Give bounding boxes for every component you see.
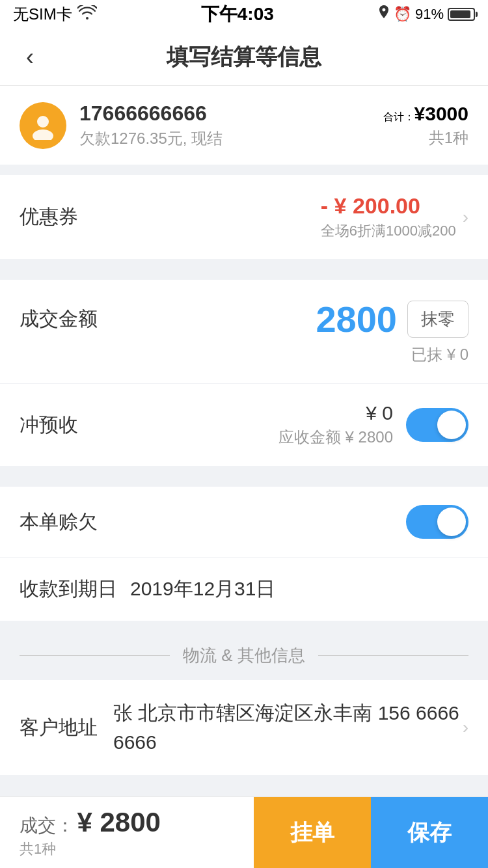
bottom-count: 共1种 (20, 839, 234, 859)
transaction-label: 成交金额 (20, 306, 98, 332)
divider-2 (0, 466, 488, 476)
transaction-row: 成交金额 2800 抹零 (20, 298, 468, 340)
total-label: 合计：¥3000 (383, 103, 468, 125)
precollect-toggle[interactable] (406, 408, 468, 442)
wifi-icon (77, 5, 97, 23)
bottom-deal-label: 成交： (20, 815, 74, 835)
customer-phone: 17666666666 (79, 102, 223, 126)
bottom-deal-row: 成交： ¥ 2800 (20, 807, 234, 838)
transaction-amount: 2800 (316, 298, 397, 340)
customer-right: 合计：¥3000 共1种 (383, 103, 468, 148)
transaction-section: 成交金额 2800 抹零 已抹 ¥ 0 (0, 280, 488, 383)
bottom-bar: 成交： ¥ 2800 共1种 挂单 保存 (0, 796, 488, 868)
toggle-knob (437, 411, 466, 439)
address-value: 张 北京市市辖区海淀区永丰南 156 6666 6666 (113, 698, 463, 757)
transaction-sub: 已抹 ¥ 0 (20, 344, 468, 365)
logistics-text: 物流 & 其他信息 (170, 644, 318, 667)
svg-point-1 (33, 129, 53, 140)
divider-1 (0, 269, 488, 280)
coupon-right: - ¥ 200.00 全场6折满1000减200 › (321, 193, 468, 241)
coupon-discount: - ¥ 200.00 (321, 193, 456, 219)
address-chevron-icon: › (463, 717, 468, 738)
bottom-amount: ¥ 2800 (77, 807, 160, 837)
precollect-amount-block: ¥ 0 应收金额 ¥ 2800 (278, 402, 393, 448)
precollect-label: 冲预收 (20, 412, 78, 439)
address-row[interactable]: 客户地址 张 北京市市辖区海淀区永丰南 156 6666 6666 › (0, 680, 488, 775)
svg-point-0 (37, 116, 49, 128)
bottom-summary: 成交： ¥ 2800 共1种 (0, 807, 254, 859)
logistics-line-left (20, 655, 170, 656)
round-down-button[interactable]: 抹零 (407, 301, 468, 338)
customer-info: 17666666666 欠款1276.35元, 现结 (79, 102, 223, 149)
back-button[interactable]: ‹ (20, 37, 40, 77)
credit-section: 本单赊欠 收款到期日 2019年12月31日 (0, 487, 488, 621)
logistics-divider: 物流 & 其他信息 (0, 631, 488, 680)
nav-bar: ‹ 填写结算等信息 (0, 29, 488, 86)
coupon-info: - ¥ 200.00 全场6折满1000减200 (321, 193, 456, 241)
carrier-text: 无SIM卡 (13, 4, 72, 25)
status-left: 无SIM卡 (13, 4, 97, 25)
alarm-icon: ⏰ (394, 6, 411, 23)
customer-sub: 欠款1276.35元, 现结 (79, 128, 223, 149)
precollect-right: ¥ 0 应收金额 ¥ 2800 (278, 402, 468, 448)
main-content: 17666666666 欠款1276.35元, 现结 合计：¥3000 共1种 … (0, 86, 488, 853)
date-row: 收款到期日 2019年12月31日 (0, 557, 488, 621)
precollect-row: 冲预收 ¥ 0 应收金额 ¥ 2800 (0, 383, 488, 466)
battery-pct: 91% (415, 6, 444, 23)
date-label: 收款到期日 (20, 576, 117, 603)
page-title: 填写结算等信息 (167, 42, 321, 72)
battery-icon (448, 8, 475, 21)
logistics-line-right (318, 655, 468, 656)
status-bar: 无SIM卡 下午4:03 ⏰ 91% (0, 0, 488, 29)
credit-row: 本单赊欠 (0, 487, 488, 557)
credit-toggle-knob (437, 508, 466, 536)
credit-toggle[interactable] (406, 505, 468, 539)
status-right: ⏰ 91% (378, 5, 475, 23)
coupon-label: 优惠券 (20, 204, 78, 230)
save-button[interactable]: 保存 (371, 797, 488, 868)
customer-card: 17666666666 欠款1276.35元, 现结 合计：¥3000 共1种 (0, 86, 488, 165)
date-value: 2019年12月31日 (130, 576, 275, 603)
precollect-amount: ¥ 0 (278, 402, 393, 424)
address-label: 客户地址 (20, 714, 98, 741)
customer-left: 17666666666 欠款1276.35元, 现结 (20, 102, 223, 149)
avatar (20, 102, 66, 149)
precollect-sub: 应收金额 ¥ 2800 (278, 427, 393, 448)
amount-right: 2800 抹零 (316, 298, 468, 340)
location-icon (378, 5, 390, 23)
total-count: 共1种 (383, 128, 468, 148)
coupon-desc: 全场6折满1000减200 (321, 221, 456, 241)
hold-order-button[interactable]: 挂单 (254, 797, 371, 868)
chevron-right-icon: › (463, 207, 468, 228)
credit-label: 本单赊欠 (20, 509, 98, 536)
status-time: 下午4:03 (201, 2, 274, 27)
coupon-row[interactable]: 优惠券 - ¥ 200.00 全场6折满1000减200 › (0, 175, 488, 259)
